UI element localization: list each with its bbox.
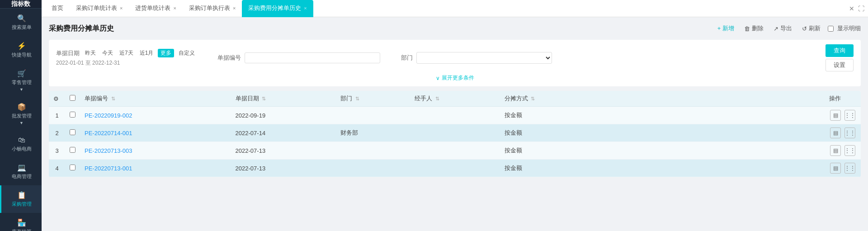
table-row: 4 PE-20220713-001 2022-07-13 按金额 ▤ ⋮⋮ — [49, 160, 861, 177]
row-handler — [410, 107, 500, 124]
row-split-method: 按金额 — [500, 142, 825, 160]
delete-icon: 🗑 — [744, 25, 750, 32]
sidebar-item-mini-shop[interactable]: 🛍 小畅电商 — [0, 131, 42, 158]
sidebar-item-ecommerce[interactable]: 💻 电商管理 — [0, 158, 42, 185]
tab-purchase-order-stats[interactable]: 采购订单统计表 × — [70, 0, 129, 17]
sidebar-item-purchase[interactable]: 📋 采购管理 — [0, 185, 42, 213]
sidebar-item-wholesale[interactable]: 📦 批发管理 ▼ — [0, 97, 42, 131]
table-section: ⚙ 单据编号 ⇅ 单据日期 ⇅ 部门 — [49, 91, 861, 177]
close-tab-incoming-stats[interactable]: × — [173, 5, 176, 11]
col-header-handler[interactable]: 经手人 ⇅ — [410, 91, 500, 107]
fullscreen-icon[interactable]: ⛶ — [858, 5, 864, 12]
data-table: ⚙ 单据编号 ⇅ 单据日期 ⇅ 部门 — [49, 91, 861, 177]
row-actions: ▤ ⋮⋮ — [825, 142, 861, 160]
page-content: 采购费用分摊单历史 + 新增 🗑 删除 ↗ 导出 ↺ 刷新 — [42, 17, 868, 231]
row-checkbox[interactable] — [70, 129, 75, 135]
show-cols-toggle[interactable]: 显示明细 — [828, 24, 861, 33]
export-button[interactable]: ↗ 导出 — [771, 23, 795, 34]
row-checkbox[interactable] — [70, 112, 75, 118]
retail-icon: 🛒 — [17, 69, 26, 78]
shortcut-today[interactable]: 今天 — [100, 49, 115, 57]
view-action-icon[interactable]: ▤ — [830, 163, 841, 174]
quicknav-icon: ⚡ — [17, 42, 26, 50]
dept-select[interactable] — [416, 52, 552, 64]
query-button[interactable]: 查询 — [826, 44, 854, 57]
sidebar-item-inventory[interactable]: 🏪 库存核算 — [0, 213, 42, 231]
close-all-tabs-icon[interactable]: ✕ — [849, 5, 854, 12]
doc-no-input[interactable] — [245, 52, 380, 63]
row-checkbox[interactable] — [70, 147, 75, 153]
row-checkbox[interactable] — [70, 165, 75, 170]
more-action-icon[interactable]: ⋮⋮ — [844, 110, 855, 121]
expand-more-conditions[interactable]: ∨ 展开更多条件 — [56, 74, 854, 82]
doc-no-link[interactable]: PE-20220713-001 — [85, 165, 132, 172]
col-header-doc-date[interactable]: 单据日期 ⇅ — [231, 91, 336, 107]
row-dept — [336, 107, 410, 124]
doc-no-label: 单据编号 — [217, 54, 241, 62]
row-dept — [336, 142, 410, 160]
row-num: 2 — [49, 124, 65, 142]
col-header-settings[interactable]: ⚙ — [49, 91, 65, 107]
chevron-down-icon: ∨ — [436, 75, 440, 81]
row-actions: ▤ ⋮⋮ — [825, 124, 861, 142]
row-num: 3 — [49, 142, 65, 160]
select-all-checkbox[interactable] — [70, 95, 75, 101]
filter-settings-button[interactable]: 设置 — [826, 59, 854, 71]
tab-bar: 首页 采购订单统计表 × 进货单统计表 × 采购订单执行表 × 采购费用分摊单历… — [42, 0, 868, 17]
col-header-doc-no[interactable]: 单据编号 ⇅ — [80, 91, 231, 107]
doc-no-link[interactable]: PE-20220713-003 — [85, 147, 132, 154]
doc-no-link[interactable]: PE-20220919-002 — [85, 112, 132, 119]
row-doc-date: 2022-07-13 — [231, 160, 336, 177]
col-header-split-method[interactable]: 分摊方式 ⇅ — [500, 91, 825, 107]
date-filter-group: 单据日期 昨天 今天 近7天 近1月 更多 自定义 2022-01-01 至 2… — [56, 49, 197, 67]
sidebar-item-search[interactable]: 🔍 搜索菜单 — [0, 9, 42, 36]
date-label: 单据日期 — [56, 49, 80, 57]
row-doc-no: PE-20220713-003 — [80, 142, 231, 160]
sidebar-item-quick-nav[interactable]: ⚡ 快捷导航 — [0, 36, 42, 64]
view-action-icon[interactable]: ▤ — [830, 127, 841, 138]
table-row: 3 PE-20220713-003 2022-07-13 按金额 ▤ ⋮⋮ — [49, 142, 861, 160]
close-tab-purchase-cost-history[interactable]: × — [304, 5, 307, 11]
shortcut-7days[interactable]: 近7天 — [118, 49, 135, 57]
view-action-icon[interactable]: ▤ — [830, 110, 841, 121]
close-tab-purchase-order-exec[interactable]: × — [233, 5, 236, 11]
more-action-icon[interactable]: ⋮⋮ — [844, 145, 855, 156]
table-row: 1 PE-20220919-002 2022-09-19 按金额 ▤ ⋮⋮ — [49, 107, 861, 124]
toolbar: + 新增 🗑 删除 ↗ 导出 ↺ 刷新 显示明细 — [715, 23, 861, 34]
sort-icon-dept: ⇅ — [355, 96, 359, 101]
shortcut-more[interactable]: 更多 — [158, 49, 174, 57]
show-cols-checkbox[interactable] — [828, 26, 834, 32]
more-action-icon[interactable]: ⋮⋮ — [844, 163, 855, 174]
col-header-actions: 操作 — [825, 91, 861, 107]
row-handler — [410, 160, 500, 177]
more-action-icon[interactable]: ⋮⋮ — [844, 127, 855, 138]
tab-home[interactable]: 首页 — [45, 0, 70, 17]
row-split-method: 按金额 — [500, 107, 825, 124]
sort-icon-doc-no: ⇅ — [111, 96, 115, 101]
chevron-down-icon: ▼ — [19, 121, 24, 125]
chevron-down-icon: ▼ — [19, 87, 24, 92]
new-button[interactable]: + 新增 — [715, 23, 737, 34]
minishop-icon: 🛍 — [18, 136, 25, 144]
col-header-dept[interactable]: 部门 ⇅ — [336, 91, 410, 107]
delete-button[interactable]: 🗑 删除 — [741, 23, 766, 34]
sort-icon-handler: ⇅ — [435, 96, 439, 101]
shortcut-1month[interactable]: 近1月 — [138, 49, 156, 57]
view-action-icon[interactable]: ▤ — [830, 145, 841, 156]
shortcut-custom[interactable]: 自定义 — [177, 49, 197, 57]
sidebar-logo: 指标数 — [0, 0, 42, 9]
shortcut-yesterday[interactable]: 昨天 — [83, 49, 98, 57]
doc-no-link[interactable]: PE-20220714-001 — [85, 130, 132, 137]
date-shortcuts: 昨天 今天 近7天 近1月 更多 自定义 — [83, 49, 197, 57]
col-header-checkbox[interactable] — [65, 91, 80, 107]
tab-purchase-order-exec[interactable]: 采购订单执行表 × — [183, 0, 242, 17]
close-tab-purchase-order-stats[interactable]: × — [120, 5, 123, 11]
export-icon: ↗ — [774, 25, 778, 32]
doc-no-filter-group: 单据编号 — [217, 52, 380, 63]
tab-purchase-cost-history[interactable]: 采购费用分摊单历史 × — [242, 0, 313, 17]
sidebar-item-retail[interactable]: 🛒 零售管理 ▼ — [0, 64, 42, 97]
refresh-button[interactable]: ↺ 刷新 — [799, 23, 823, 34]
tab-incoming-stats[interactable]: 进货单统计表 × — [129, 0, 182, 17]
table-body: 1 PE-20220919-002 2022-09-19 按金额 ▤ ⋮⋮ 2 … — [49, 107, 861, 177]
refresh-icon: ↺ — [802, 25, 807, 32]
